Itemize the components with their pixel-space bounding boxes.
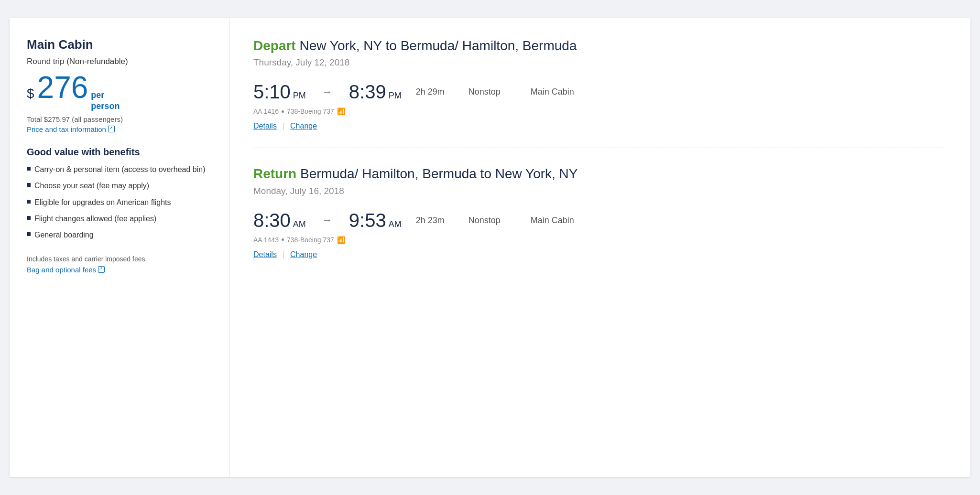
return-route: Bermuda/ Hamilton, Bermuda to New York, … [300,166,577,181]
left-panel: Main Cabin Round trip (Non-refundable) $… [10,18,229,477]
benefit-item: Flight changes allowed (fee applies) [27,214,212,224]
depart-flight-code: AA 1416 [253,108,279,115]
wifi-icon: 📶 [337,108,345,115]
bullet-icon [27,232,31,236]
bag-fees-link[interactable]: Bag and optional fees [27,266,105,274]
return-depart-time-block: 8:30 AM [253,210,306,231]
separator-icon [282,110,284,113]
depart-duration: 2h 29m [416,87,454,97]
wifi-icon: 📶 [337,236,345,244]
dollar-sign: $ [27,86,34,101]
bullet-icon [27,216,31,220]
benefits-list: Carry-on & personal item (access to over… [27,164,212,241]
price-row: $ 276 perperson [27,72,212,112]
separator-icon [282,238,284,241]
external-link-icon [98,266,105,273]
return-aircraft: 738-Boeing 737 [287,236,334,244]
return-cabin: Main Cabin [531,215,574,226]
depart-route: New York, NY to Bermuda/ Hamilton, Bermu… [299,38,577,53]
depart-cabin: Main Cabin [531,87,574,97]
return-nonstop: Nonstop [468,215,516,226]
external-link-icon [108,126,115,132]
arrive-ampm: PM [389,91,402,101]
return-details-link[interactable]: Details [253,250,277,259]
depart-date: Thursday, July 12, 2018 [253,57,947,68]
per-person: perperson [91,90,120,112]
return-flight-info: AA 1443 738-Boeing 737 📶 [253,236,947,244]
benefit-item: Carry-on & personal item (access to over… [27,164,212,175]
return-section: Return Bermuda/ Hamilton, Bermuda to New… [253,165,947,258]
depart-ampm: PM [293,91,306,101]
depart-time-block: 5:10 PM [253,81,306,103]
benefit-item: General boarding [27,230,212,240]
return-change-link[interactable]: Change [290,250,317,259]
benefit-item: Eligible for upgrades on American flight… [27,197,212,208]
depart-aircraft: 738-Boeing 737 [287,108,334,115]
depart-label: Depart [253,38,296,53]
bullet-icon [27,200,31,204]
return-arrive-time-num: 9:53 [349,210,386,231]
depart-section: Depart New York, NY to Bermuda/ Hamilton… [253,37,947,130]
bullet-icon [27,183,31,187]
depart-header: Depart New York, NY to Bermuda/ Hamilton… [253,37,947,54]
pipe-separator: | [283,250,284,259]
price-amount: 276 [37,72,88,103]
return-label: Return [253,166,296,181]
depart-times-row: 5:10 PM → 8:39 PM 2h 29m Nonstop Main Ca… [253,81,947,103]
return-duration: 2h 23m [416,215,454,226]
return-arrive-time-block: 9:53 AM [349,210,402,231]
depart-links-row: Details | Change [253,122,947,130]
price-tax-link[interactable]: Price and tax information [27,125,115,133]
return-header: Return Bermuda/ Hamilton, Bermuda to New… [253,165,947,183]
depart-nonstop: Nonstop [468,87,516,97]
cabin-title: Main Cabin [27,37,212,52]
main-card: Main Cabin Round trip (Non-refundable) $… [10,18,970,477]
depart-flight-info: AA 1416 738-Boeing 737 📶 [253,108,947,115]
benefit-item: Choose your seat (fee may apply) [27,181,212,191]
return-arrive-ampm: AM [389,219,402,229]
pipe-separator: | [283,122,284,130]
arrive-time-num: 8:39 [349,81,386,103]
arrow-icon: → [322,214,333,226]
benefits-title: Good value with benefits [27,147,212,158]
footer-note: Includes taxes and carrier imposed fees. [27,255,212,263]
section-divider [253,148,947,148]
return-date: Monday, July 16, 2018 [253,186,947,196]
return-depart-time-num: 8:30 [253,210,291,231]
bullet-icon [27,167,31,171]
return-links-row: Details | Change [253,250,947,259]
return-depart-ampm: AM [293,219,306,229]
arrive-time-block: 8:39 PM [349,81,402,103]
depart-details-link[interactable]: Details [253,122,277,130]
return-times-row: 8:30 AM → 9:53 AM 2h 23m Nonstop Main Ca… [253,210,947,231]
trip-type: Round trip (Non-refundable) [27,57,212,66]
depart-time-num: 5:10 [253,81,291,103]
right-panel: Depart New York, NY to Bermuda/ Hamilton… [229,18,970,477]
depart-change-link[interactable]: Change [290,122,317,130]
total-price: Total $275.97 (all passengers) [27,115,212,123]
arrow-icon: → [322,86,333,98]
return-flight-code: AA 1443 [253,236,279,244]
